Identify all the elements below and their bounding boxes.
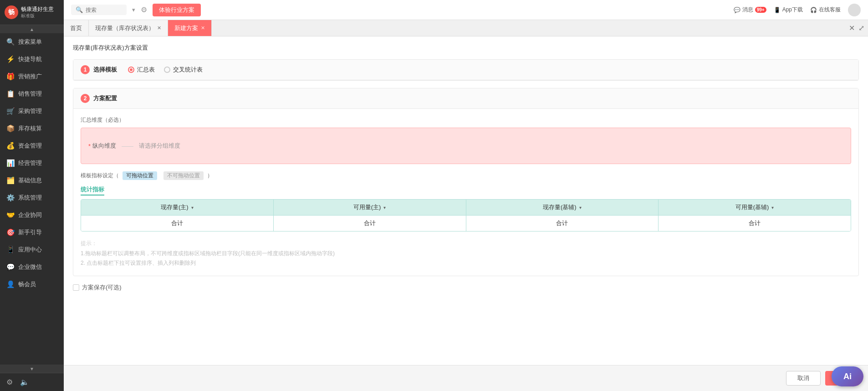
- sidebar-item-finance[interactable]: 💰 资金管理: [0, 137, 64, 154]
- logo-text: 畅康通好生意 标准版: [21, 6, 54, 19]
- tab-new-plan-close-icon[interactable]: ✕: [201, 25, 205, 31]
- sidebar-item-marketing[interactable]: 🎁 营销推广: [0, 68, 64, 85]
- dimension-label: 纵向维度: [92, 142, 116, 150]
- purchase-icon: 🛒: [6, 107, 15, 115]
- search-box[interactable]: 🔍: [71, 5, 127, 15]
- trial-btn[interactable]: 体验行业方案: [153, 4, 201, 16]
- sidebar-item-member[interactable]: 👤 畅会员: [0, 276, 64, 293]
- stats-table-row-0: 合计 合计 合计 合计: [81, 215, 851, 231]
- stats-col-3[interactable]: 可用量(基辅) ▾: [659, 200, 851, 215]
- stats-col-2[interactable]: 现存量(基辅) ▾: [466, 200, 659, 215]
- step2-title: 方案配置: [93, 94, 117, 103]
- quick-nav-icon: ⚡: [6, 55, 15, 63]
- message-btn[interactable]: 💬 消息 99+: [734, 6, 766, 14]
- online-service-btn[interactable]: 🎧 在线客服: [810, 6, 841, 14]
- sidebar-item-wechat[interactable]: 💬 企业微信: [0, 258, 64, 276]
- stats-col-1-dropdown-icon[interactable]: ▾: [383, 205, 386, 210]
- stats-cell-0-3: 合计: [659, 216, 851, 231]
- indicator-fixed-tag: 不可拖动位置: [163, 171, 204, 180]
- tab-new-plan[interactable]: 新建方案 ✕: [168, 20, 212, 36]
- sidebar-item-system[interactable]: ⚙️ 系统管理: [0, 189, 64, 206]
- dimension-subsection-label: 汇总维度（必选）: [81, 116, 851, 124]
- inventory-icon: 📦: [6, 124, 15, 133]
- stats-col-0-dropdown-icon[interactable]: ▾: [191, 205, 194, 210]
- step1-badge: 1: [81, 65, 90, 74]
- stats-title: 统计指标: [81, 185, 104, 196]
- radio-summary-circle: [128, 67, 134, 73]
- step2-section: 2 方案配置 汇总维度（必选） * 纵向维度 —— 请选择分组维度: [73, 88, 859, 276]
- sidebar-item-app-center[interactable]: 📱 应用中心: [0, 241, 64, 258]
- radio-cross-circle: [164, 67, 170, 73]
- dimension-placeholder: 请选择分组维度: [139, 142, 180, 150]
- stats-subsection: 统计指标 现存量(主) ▾ 可用量(主) ▾: [81, 185, 851, 232]
- page-title: 现存量(库存状况表)方案设置: [73, 44, 859, 52]
- step1-header: 1 选择模板 汇总表 交叉统计表: [73, 60, 858, 80]
- tab-inventory-close-icon[interactable]: ✕: [157, 25, 161, 31]
- tabbar: 首页 现存量（库存状况表） ✕ 新建方案 ✕ ✕ ⤢: [64, 20, 868, 36]
- member-icon: 👤: [6, 280, 15, 288]
- step2-header: 2 方案配置: [73, 88, 858, 109]
- stats-table-header: 现存量(主) ▾ 可用量(主) ▾ 现存量(基辅) ▾: [81, 200, 851, 215]
- marketing-icon: 🎁: [6, 72, 15, 81]
- stats-cell-0-1: 合计: [274, 216, 466, 231]
- search-input[interactable]: [86, 7, 122, 13]
- sidebar-item-quick-nav[interactable]: ⚡ 快捷导航: [0, 51, 64, 68]
- sidebar-item-purchase[interactable]: 🛒 采购管理: [0, 103, 64, 120]
- message-icon: 💬: [734, 7, 740, 13]
- indicator-settings-label: 模板指标设定（ 可拖动位置 不可拖动位置 ）: [81, 171, 851, 180]
- enterprise-icon: 🤝: [6, 211, 15, 219]
- save-option-label: 方案保存(可选): [82, 283, 122, 292]
- sidebar-item-search-menu[interactable]: 🔍 搜索菜单: [0, 33, 64, 51]
- speaker-icon[interactable]: 🔈: [20, 378, 29, 386]
- dimension-separator: ——: [122, 143, 133, 149]
- cancel-button[interactable]: 取消: [786, 371, 821, 386]
- sidebar-item-newbie[interactable]: 🎯 新手引导: [0, 224, 64, 241]
- sidebar: 畅 畅康通好生意 标准版 ▲ 🔍 搜索菜单 ⚡ 快捷导航 🎁 营销推广 📋 销售…: [0, 0, 64, 391]
- sidebar-scroll-down[interactable]: ▼: [0, 365, 64, 373]
- phone-icon: 📱: [774, 7, 781, 13]
- newbie-icon: 🎯: [6, 228, 15, 237]
- sidebar-item-sales[interactable]: 📋 销售管理: [0, 85, 64, 103]
- stats-col-2-dropdown-icon[interactable]: ▾: [579, 205, 582, 210]
- radio-summary[interactable]: 汇总表: [128, 66, 155, 74]
- template-radio-group: 汇总表 交叉统计表: [128, 66, 203, 74]
- sidebar-footer: ⚙ 🔈: [0, 373, 64, 391]
- sidebar-item-basic-info[interactable]: 🗂️ 基础信息: [0, 172, 64, 189]
- ai-bubble[interactable]: Ai: [832, 366, 863, 386]
- user-avatar[interactable]: [848, 4, 861, 16]
- dimension-subsection: 汇总维度（必选） * 纵向维度 —— 请选择分组维度: [81, 116, 851, 164]
- dimension-required-mark: *: [88, 143, 91, 149]
- tab-inventory-status[interactable]: 现存量（库存状况表） ✕: [89, 20, 168, 36]
- step1-title: 选择模板: [93, 66, 117, 74]
- tab-close-action-icon[interactable]: ✕: [849, 24, 855, 32]
- tab-home[interactable]: 首页: [64, 20, 89, 36]
- hints-title: 提示：: [81, 240, 97, 247]
- sidebar-item-inventory[interactable]: 📦 库存核算: [0, 120, 64, 137]
- stats-col-3-dropdown-icon[interactable]: ▾: [771, 205, 774, 210]
- dimension-area[interactable]: * 纵向维度 —— 请选择分组维度: [81, 128, 851, 164]
- headset-icon: 🎧: [810, 7, 817, 13]
- search-menu-icon: 🔍: [6, 38, 15, 46]
- stats-col-0[interactable]: 现存量(主) ▾: [81, 200, 274, 215]
- sidebar-scroll-up[interactable]: ▲: [0, 25, 64, 33]
- save-option[interactable]: 方案保存(可选): [73, 283, 859, 292]
- finance-icon: 💰: [6, 142, 15, 150]
- settings-icon[interactable]: ⚙: [6, 378, 13, 386]
- stats-col-1[interactable]: 可用量(主) ▾: [274, 200, 466, 215]
- hint-item-1: 2. 点击标题栏下拉可设置排序、插入列和删除列: [81, 258, 851, 268]
- topbar: 🔍 ▾ ⚙ 体验行业方案 💬 消息 99+ 📱 App下载 🎧 在线客服: [64, 0, 868, 20]
- radio-cross[interactable]: 交叉统计表: [164, 66, 203, 74]
- topbar-dropdown-icon[interactable]: ▾: [132, 6, 135, 13]
- tab-expand-action-icon[interactable]: ⤢: [858, 24, 864, 32]
- app-center-icon: 📱: [6, 246, 15, 254]
- app-download-btn[interactable]: 📱 App下载: [774, 6, 803, 14]
- sidebar-item-enterprise[interactable]: 🤝 企业协同: [0, 206, 64, 224]
- stats-table: 现存量(主) ▾ 可用量(主) ▾ 现存量(基辅) ▾: [81, 199, 851, 232]
- main-area: 🔍 ▾ ⚙ 体验行业方案 💬 消息 99+ 📱 App下载 🎧 在线客服: [64, 0, 868, 391]
- topbar-gear-icon[interactable]: ⚙: [141, 5, 147, 14]
- stats-cell-0-0: 合计: [81, 216, 274, 231]
- sidebar-item-operations[interactable]: 📊 经营管理: [0, 154, 64, 172]
- sidebar-nav: 🔍 搜索菜单 ⚡ 快捷导航 🎁 营销推广 📋 销售管理 🛒 采购管理 📦 库存核…: [0, 33, 64, 365]
- sales-icon: 📋: [6, 90, 15, 98]
- save-checkbox[interactable]: [73, 284, 79, 291]
